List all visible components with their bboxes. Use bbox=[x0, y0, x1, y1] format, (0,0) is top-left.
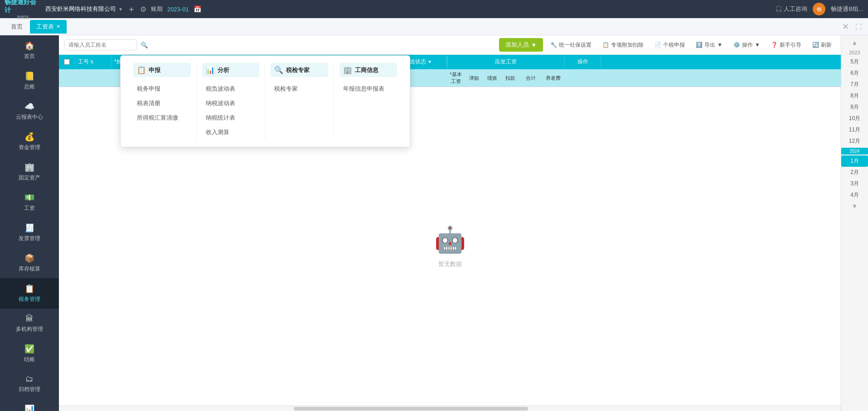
salary-tab-label: 工资表 bbox=[36, 23, 54, 31]
menu-item-income-estimation[interactable]: 收入测算 bbox=[202, 125, 260, 140]
special-deduction-icon: 📋 bbox=[602, 42, 609, 48]
menu-item-income-tax-settlement[interactable]: 所得税汇算清缴 bbox=[133, 111, 191, 125]
select-all-checkbox[interactable] bbox=[64, 59, 70, 65]
toolbar: 🔍 添加人员 ▼ 🔧 统一社保设置 📋 专项附加扣除 📄 个税申报 ⬆️ 导出 bbox=[59, 35, 841, 55]
tax-icon: 📋 bbox=[24, 284, 34, 294]
menu-item-tax-expert[interactable]: 税检专家 bbox=[271, 82, 328, 96]
menu-item-tax-statistics[interactable]: 纳税统计表 bbox=[202, 111, 260, 125]
sidebar-item-cloud-report[interactable]: ☁️ 云报表中心 bbox=[0, 96, 59, 126]
cal-month-sep[interactable]: 9月 bbox=[841, 102, 868, 113]
th-number[interactable]: 工号 ⇅ bbox=[75, 56, 112, 68]
report-icon: 📊 bbox=[24, 404, 34, 411]
special-deduction-btn[interactable]: 📋 专项附加扣除 bbox=[599, 39, 647, 51]
menu-item-annual-report[interactable]: 年报信息申报表 bbox=[339, 82, 398, 96]
tax-return-btn[interactable]: 📄 个税申报 bbox=[651, 39, 689, 51]
cal-year-2023-label: 2023 bbox=[849, 50, 860, 55]
sidebar-item-salary[interactable]: 💵 工资 bbox=[0, 187, 59, 218]
sidebar-label-multi-org: 多机构管理 bbox=[16, 325, 43, 333]
sidebar-label-archive: 归档管理 bbox=[19, 386, 40, 393]
cal-month-dec[interactable]: 12月 bbox=[841, 135, 868, 147]
cloud-icon: ☁️ bbox=[24, 102, 34, 111]
sidebar-item-report[interactable]: 📊 小畅报销 bbox=[0, 399, 59, 411]
cal-nav-down[interactable]: ▼ bbox=[850, 201, 860, 212]
avatar[interactable]: 畅 bbox=[813, 3, 825, 15]
tab-salary[interactable]: 工资表 ✕ bbox=[30, 20, 67, 34]
logo-main: 畅捷通好会计 bbox=[5, 0, 41, 15]
sidebar-item-multi-org[interactable]: 🏛 多机构管理 bbox=[0, 309, 59, 338]
sidebar-item-fund[interactable]: 💰 资金管理 bbox=[0, 126, 59, 157]
app-logo: 畅捷通好会计 旗舰版 bbox=[5, 0, 41, 20]
sidebar-item-ledger[interactable]: 📒 总账 bbox=[0, 66, 59, 96]
dropdown-section-analysis: 📊 分析 税负波动表 纳税波动表 纳税统计表 收入测算 bbox=[197, 63, 266, 140]
dropdown-section-declaration: 📋 申报 税务申报 税表清册 所得税汇算清缴 bbox=[128, 63, 197, 140]
horizontal-scrollbar[interactable] bbox=[59, 406, 841, 411]
section-header-tax-expert: 🔍 税检专家 bbox=[271, 63, 328, 77]
menu-item-tax-schedule[interactable]: 税表清册 bbox=[133, 96, 191, 111]
cal-month-aug[interactable]: 8月 bbox=[841, 90, 868, 102]
main-area: 🏠 首页 📒 总账 ☁️ 云报表中心 💰 资金管理 🏢 固定资产 💵 工资 🧾 … bbox=[0, 35, 868, 411]
chevron-down-icon: ▼ bbox=[118, 7, 123, 12]
sidebar-item-home[interactable]: 🏠 首页 bbox=[0, 35, 59, 66]
refresh-icon: 🔄 bbox=[812, 42, 819, 48]
th2-base-salary: *基本工资 bbox=[447, 69, 465, 87]
sidebar-item-inventory[interactable]: 📦 库存核算 bbox=[0, 248, 59, 278]
sidebar-item-settle[interactable]: ✅ 结账 bbox=[0, 338, 59, 369]
th-wage-group: 应发工资 bbox=[447, 56, 565, 68]
empty-text: 暂无数据 bbox=[438, 260, 462, 268]
menu-item-tax-payment-fluctuation[interactable]: 纳税波动表 bbox=[202, 96, 260, 111]
cal-month-jul[interactable]: 7月 bbox=[841, 79, 868, 90]
operation-btn[interactable]: ⚙️ 操作 ▼ bbox=[730, 39, 764, 51]
declaration-section-icon: 📋 bbox=[137, 66, 146, 74]
export-btn[interactable]: ⬆️ 导出 ▼ bbox=[692, 39, 726, 51]
th-checkbox[interactable] bbox=[59, 57, 75, 67]
scroll-thumb[interactable] bbox=[294, 407, 529, 411]
tab-close-icon[interactable]: ✕ bbox=[56, 24, 60, 29]
archive-icon: 🗂 bbox=[25, 374, 34, 384]
guide-btn[interactable]: ❓ 新手引导 bbox=[767, 39, 805, 51]
close-window-icon[interactable]: ✕ bbox=[839, 22, 853, 32]
top-right-actions: 🎧 人工咨询 畅 畅捷通B组... bbox=[775, 3, 863, 15]
analysis-title: 分析 bbox=[218, 66, 229, 74]
sidebar-item-archive[interactable]: 🗂 归档管理 bbox=[0, 369, 59, 399]
salary-icon: 💵 bbox=[24, 193, 34, 203]
sidebar-item-fixed-assets[interactable]: 🏢 固定资产 bbox=[0, 157, 59, 187]
calendar-icon[interactable]: 📅 bbox=[194, 5, 201, 13]
top-bar: 畅捷通好会计 旗舰版 西安虾米网络科技有限公司 ▼ ＋ ⚙ 账期 2023-01… bbox=[0, 0, 868, 18]
add-person-button[interactable]: 添加人员 ▼ bbox=[499, 38, 543, 52]
cal-month-nov[interactable]: 11月 bbox=[841, 124, 868, 135]
add-company-button[interactable]: ＋ bbox=[127, 4, 136, 15]
cal-month-jan[interactable]: 1月 bbox=[841, 155, 868, 167]
cal-month-may[interactable]: 5月 bbox=[841, 56, 868, 68]
cal-month-oct[interactable]: 10月 bbox=[841, 113, 868, 124]
refresh-btn[interactable]: 🔄 刷新 bbox=[809, 39, 835, 51]
content-area: 🔍 添加人员 ▼ 🔧 统一社保设置 📋 专项附加扣除 📄 个税申报 ⬆️ 导出 bbox=[59, 35, 841, 411]
period-value[interactable]: 2023-01 bbox=[167, 6, 189, 13]
cal-month-apr[interactable]: 4月 bbox=[841, 189, 868, 201]
declaration-title: 申报 bbox=[149, 66, 160, 74]
social-security-btn[interactable]: 🔧 统一社保设置 bbox=[547, 39, 595, 51]
operation-icon: ⚙️ bbox=[733, 42, 740, 48]
menu-item-tax-declaration[interactable]: 税务申报 bbox=[133, 82, 191, 96]
sidebar-item-tax[interactable]: 📋 税务管理 bbox=[0, 278, 59, 309]
tab-home[interactable]: 首页 bbox=[5, 20, 29, 34]
cal-nav-up[interactable]: ▲ bbox=[850, 37, 860, 48]
empty-illustration: 🤖 bbox=[434, 225, 466, 255]
maximize-icon[interactable]: ⛶ bbox=[853, 23, 863, 30]
cal-month-mar[interactable]: 3月 bbox=[841, 178, 868, 189]
customer-service-btn[interactable]: 🎧 人工咨询 bbox=[775, 5, 808, 13]
sidebar-label-inventory: 库存核算 bbox=[19, 265, 40, 273]
search-button[interactable]: 🔍 bbox=[141, 42, 148, 48]
home-icon: 🏠 bbox=[24, 41, 34, 51]
calendar-panel: ▲ 2023 5月 6月 7月 8月 9月 10月 11月 12月 2024 1… bbox=[841, 35, 868, 411]
user-name-btn[interactable]: 畅捷通B组... bbox=[831, 5, 863, 13]
cal-month-jun[interactable]: 6月 bbox=[841, 68, 868, 79]
sidebar-label-assets: 固定资产 bbox=[19, 174, 40, 182]
ledger-icon: 📒 bbox=[24, 71, 34, 81]
search-input[interactable] bbox=[64, 39, 137, 50]
export-icon: ⬆️ bbox=[696, 42, 703, 48]
sidebar-item-invoice[interactable]: 🧾 发票管理 bbox=[0, 218, 59, 248]
settings-icon[interactable]: ⚙ bbox=[140, 5, 146, 14]
company-selector[interactable]: 西安虾米网络科技有限公司 ▼ bbox=[45, 5, 123, 13]
menu-item-tax-burden-fluctuation[interactable]: 税负波动表 bbox=[202, 82, 260, 96]
cal-month-feb[interactable]: 2月 bbox=[841, 167, 868, 178]
